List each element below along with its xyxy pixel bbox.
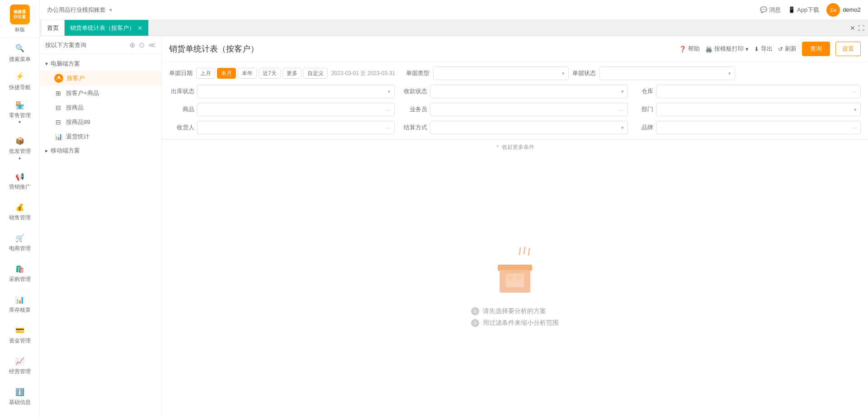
svg-rect-4 <box>498 265 532 271</box>
user-area[interactable]: Ea demo2 <box>826 3 861 17</box>
query-button[interactable]: 查询 <box>802 42 830 56</box>
filter-area: 单据日期 上月 本月 本年 近7天 更多 自定义 2023-03-01 至 20… <box>162 62 868 139</box>
department-input[interactable]: ▾ <box>656 103 861 116</box>
sidebar-item-label: 资金管理 <box>9 337 31 345</box>
export-button[interactable]: ⬇ 导出 <box>754 45 773 53</box>
template-print-button[interactable]: 🖨️ 按模板打印 ▾ <box>705 45 749 53</box>
brand-input[interactable]: ··· <box>656 121 861 134</box>
page-header: 销货单统计表（按客户） ❓ 帮助 🖨️ 按模板打印 ▾ ⬇ 导出 <box>162 36 868 62</box>
doc-status-input[interactable]: ▾ <box>599 66 735 80</box>
date-this-year[interactable]: 本年 <box>238 68 257 79</box>
brand-cell: 品牌 ··· <box>635 121 861 134</box>
sidebar-logo[interactable]: 畅捷通好生意 标版 <box>0 0 39 38</box>
goods-icon: ⊟ <box>54 104 62 112</box>
window-maximize-icon[interactable]: ⛶ <box>858 24 864 32</box>
customer-scheme-icon <box>54 74 63 83</box>
sidebar-item-label: 采购管理 <box>9 276 31 283</box>
sidebar-item-wholesale[interactable]: 📦 批发管理 ▴ <box>0 130 39 166</box>
scheme-item-return-stats[interactable]: 📊 退货统计 <box>40 129 161 144</box>
svg-line-2 <box>524 247 525 254</box>
filter-date-row: 单据日期 上月 本月 本年 近7天 更多 自定义 2023-03-01 至 20… <box>169 66 861 80</box>
date-label: 单据日期 <box>169 69 193 77</box>
page-title: 销货单统计表（按客户） <box>169 43 259 54</box>
sidebar-item-inventory[interactable]: 📊 库存核算 <box>0 289 39 319</box>
add-scheme-button[interactable]: ⊕ <box>129 41 135 49</box>
window-close-icon[interactable]: ✕ <box>850 24 855 32</box>
tab-sales-stat[interactable]: 销货单统计表（按客户） ✕ <box>65 20 149 36</box>
recipient-input[interactable]: ··· <box>197 121 395 134</box>
sidebar-item-ecommerce[interactable]: 🛒 电商管理 <box>0 227 39 258</box>
sidebar-item-label: 基础信息 <box>9 399 31 406</box>
scheme-item-by-customer[interactable]: 按客户 <box>40 71 161 86</box>
empty-state: ① 请先选择要分析的方案 ② 用过滤条件来缩小分析范围 <box>162 155 868 418</box>
retail-icon: 🏪 <box>14 100 25 110</box>
search-menu-item[interactable]: 🔍 搜索菜单 <box>0 38 39 68</box>
basic-icon: ℹ️ <box>14 386 25 397</box>
message-button[interactable]: 💬 消息 <box>760 6 781 14</box>
collect-status-input[interactable]: ▾ <box>430 85 627 98</box>
date-this-month[interactable]: 本月 <box>217 68 236 79</box>
refresh-button[interactable]: ↺ 刷新 <box>778 45 797 53</box>
topbar-dropdown-icon[interactable]: ▾ <box>109 7 112 13</box>
scheme-item-by-customer-goods[interactable]: ⊞ 按客户+商品 <box>40 86 161 100</box>
tip-num-1: ① <box>471 307 479 315</box>
download-label: App下载 <box>797 6 819 14</box>
marketing-icon: 📢 <box>14 171 25 182</box>
scheme-section: ▾ 电脑端方案 按客户 ⊞ 按客户+商品 ⊟ <box>40 54 161 160</box>
collapse-bar[interactable]: ⌃ 收起更多条件 <box>162 139 868 155</box>
help-icon: ❓ <box>679 46 686 52</box>
help-button[interactable]: ❓ 帮助 <box>679 45 700 53</box>
settings-button[interactable]: 设置 <box>835 42 861 56</box>
goods-cell: 商品 ··· <box>169 103 395 116</box>
topbar-right: 💬 消息 📱 App下载 Ea demo2 <box>760 3 861 17</box>
filter-row-4: 收货人 ··· 结算方式 ▾ 品牌 ··· <box>169 121 861 134</box>
svg-rect-7 <box>508 276 513 280</box>
tab-home[interactable]: 首页 <box>42 20 65 36</box>
app-download-button[interactable]: 📱 App下载 <box>788 6 819 14</box>
by-customer-goods-label: 按客户+商品 <box>66 89 99 97</box>
sidebar-item-marketing[interactable]: 📢 营销推广 <box>0 166 39 196</box>
date-custom[interactable]: 自定义 <box>303 68 328 79</box>
scheme-item-by-goods-99[interactable]: ⊟ 按商品99 <box>40 115 161 129</box>
date-more[interactable]: 更多 <box>283 68 302 79</box>
sidebar-item-operation[interactable]: 📈 经营管理 <box>0 350 39 381</box>
sidebar-nav-list: 🏪 零售管理 ▾ 📦 批发管理 ▴ 📢 营销推广 💰 销售管理 🛒 电商管理 🛍… <box>0 94 39 418</box>
sidebar-item-finance[interactable]: 💳 资金管理 <box>0 319 39 350</box>
scheme-group-mobile-header[interactable]: ▸ 移动端方案 <box>40 144 161 157</box>
sidebar-item-sales[interactable]: 💰 销售管理 <box>0 196 39 227</box>
warehouse-input[interactable]: ··· <box>656 85 861 98</box>
date-options: 上月 本月 本年 近7天 更多 自定义 2023-03-01 至 2023-03… <box>196 68 395 79</box>
quick-nav-item[interactable]: ⚡ 快捷导航 <box>0 68 39 94</box>
salesperson-input[interactable]: ··· <box>430 103 627 116</box>
recipient-label: 收货人 <box>169 124 194 132</box>
settlement-input[interactable]: ▾ <box>430 121 627 134</box>
desktop-scheme-label: 电脑端方案 <box>51 60 80 68</box>
message-icon: 💬 <box>760 6 767 13</box>
empty-tips: ① 请先选择要分析的方案 ② 用过滤条件来缩小分析范围 <box>471 307 559 327</box>
sidebar-item-purchase[interactable]: 🛍️ 采购管理 <box>0 258 39 289</box>
filter-row-3: 商品 ··· 业务员 ··· 部门 ▾ <box>169 103 861 116</box>
print-icon: 🖨️ <box>705 46 712 52</box>
out-status-input[interactable]: ▾ <box>197 85 395 98</box>
page-actions: ❓ 帮助 🖨️ 按模板打印 ▾ ⬇ 导出 ↺ 刷新 <box>679 42 861 56</box>
collapse-panel-icon[interactable]: ≪ <box>148 41 156 49</box>
date-last-7[interactable]: 近7天 <box>259 68 281 79</box>
settings-scheme-icon[interactable]: ⊙ <box>139 41 145 49</box>
scheme-item-by-goods[interactable]: ⊟ 按商品 <box>40 100 161 115</box>
collect-status-cell: 收款状态 ▾ <box>402 85 627 98</box>
tab-close-icon[interactable]: ✕ <box>137 24 143 32</box>
message-label: 消息 <box>769 6 781 14</box>
collapse-label: 收起更多条件 <box>502 143 534 151</box>
goods-input[interactable]: ··· <box>197 103 395 116</box>
sidebar-item-retail[interactable]: 🏪 零售管理 ▾ <box>0 94 39 130</box>
home-tab-label: 首页 <box>47 24 59 32</box>
brand-label: 品牌 <box>635 124 653 132</box>
help-label: 帮助 <box>688 45 700 53</box>
scheme-group-desktop-header[interactable]: ▾ 电脑端方案 <box>40 57 161 71</box>
doc-type-input[interactable]: ▾ <box>433 66 569 80</box>
export-label: 导出 <box>761 45 773 53</box>
sidebar-item-system[interactable]: ⚙️ 系统管理 <box>0 412 39 418</box>
by-goods-label: 按商品 <box>66 104 84 112</box>
date-last-month[interactable]: 上月 <box>196 68 215 79</box>
sidebar-item-basic[interactable]: ℹ️ 基础信息 <box>0 381 39 412</box>
